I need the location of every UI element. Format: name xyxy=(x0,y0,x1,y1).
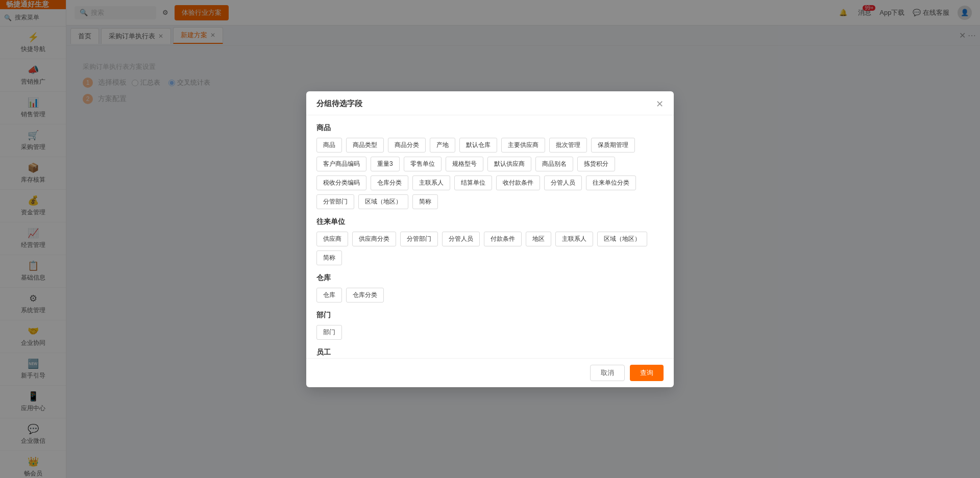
field-tag[interactable]: 商品类型 xyxy=(346,138,384,153)
field-tag[interactable]: 结算单位 xyxy=(454,175,492,190)
section-title-goods: 商品 xyxy=(316,123,664,133)
modal-footer: 取消 查询 xyxy=(306,358,674,387)
field-tag[interactable]: 简称 xyxy=(316,250,342,265)
field-tag[interactable]: 产地 xyxy=(430,138,455,153)
field-tag[interactable]: 商品别名 xyxy=(535,157,573,171)
field-tag[interactable]: 分管部门 xyxy=(316,194,354,209)
modal-close-button[interactable]: ✕ xyxy=(656,98,664,110)
modal-body[interactable]: 商品商品商品类型商品分类产地默认仓库主要供应商批次管理保质期管理客户商品编码重量… xyxy=(306,115,674,358)
field-tag[interactable]: 保质期管理 xyxy=(591,138,635,153)
field-tag[interactable]: 批次管理 xyxy=(549,138,587,153)
section-counterpart: 往来单位供应商供应商分类分管部门分管人员付款条件地区主联系人区域（地区）简称 xyxy=(316,217,664,265)
field-tag[interactable]: 重量3 xyxy=(371,157,400,171)
field-tag[interactable]: 规格型号 xyxy=(446,157,483,171)
section-department: 部门部门 xyxy=(316,311,664,340)
section-employee: 员工业务员 xyxy=(316,348,664,358)
field-tag[interactable]: 仓库 xyxy=(316,288,342,303)
field-tag[interactable]: 收付款条件 xyxy=(496,175,540,190)
field-tag[interactable]: 分管人员 xyxy=(544,175,582,190)
field-tag[interactable]: 仓库分类 xyxy=(346,288,384,303)
field-tag[interactable]: 商品 xyxy=(316,138,342,153)
field-tag[interactable]: 区域（地区） xyxy=(358,194,408,209)
field-tag[interactable]: 客户商品编码 xyxy=(316,157,366,171)
field-tag[interactable]: 地区 xyxy=(526,232,551,246)
field-tag[interactable]: 默认仓库 xyxy=(459,138,497,153)
main: 🔍 搜索 ⚙ 体验行业方案 🔔 99+ 消息 App下载 💬 在线客服 👤 首页… xyxy=(66,0,980,478)
section-title-warehouse: 仓库 xyxy=(316,273,664,283)
section-title-department: 部门 xyxy=(316,311,664,320)
section-warehouse: 仓库仓库仓库分类 xyxy=(316,273,664,303)
section-title-employee: 员工 xyxy=(316,348,664,357)
field-tag[interactable]: 主联系人 xyxy=(555,232,593,246)
section-title-counterpart: 往来单位 xyxy=(316,217,664,227)
field-selection-modal: 分组待选字段 ✕ 商品商品商品类型商品分类产地默认仓库主要供应商批次管理保质期管… xyxy=(306,91,674,387)
field-tag[interactable]: 税收分类编码 xyxy=(316,175,366,190)
field-tag[interactable]: 分管部门 xyxy=(400,232,438,246)
field-tag[interactable]: 仓库分类 xyxy=(371,175,408,190)
field-tag[interactable]: 付款条件 xyxy=(484,232,522,246)
confirm-button[interactable]: 查询 xyxy=(630,365,664,381)
field-tag[interactable]: 主联系人 xyxy=(412,175,450,190)
modal-backdrop: 分组待选字段 ✕ 商品商品商品类型商品分类产地默认仓库主要供应商批次管理保质期管… xyxy=(66,46,980,478)
field-tag[interactable]: 供应商 xyxy=(316,232,348,246)
field-tag[interactable]: 简称 xyxy=(412,194,438,209)
field-tag[interactable]: 往来单位分类 xyxy=(586,175,636,190)
cancel-button[interactable]: 取消 xyxy=(590,365,625,381)
field-tag[interactable]: 部门 xyxy=(316,325,342,340)
field-tag[interactable]: 商品分类 xyxy=(388,138,426,153)
section-goods: 商品商品商品类型商品分类产地默认仓库主要供应商批次管理保质期管理客户商品编码重量… xyxy=(316,123,664,209)
field-tag[interactable]: 供应商分类 xyxy=(352,232,396,246)
field-tag[interactable]: 分管人员 xyxy=(442,232,480,246)
content-area: 采购订单执行表方案设置 1 选择模板 汇总表 交叉统计表 2 方案配置 xyxy=(66,46,980,478)
field-tag[interactable]: 主要供应商 xyxy=(501,138,545,153)
field-tag[interactable]: 拣货积分 xyxy=(577,157,615,171)
modal-header: 分组待选字段 ✕ xyxy=(306,91,674,115)
field-tags-department: 部门 xyxy=(316,325,664,340)
field-tags-counterpart: 供应商供应商分类分管部门分管人员付款条件地区主联系人区域（地区）简称 xyxy=(316,232,664,265)
field-tag[interactable]: 默认供应商 xyxy=(487,157,531,171)
modal-title: 分组待选字段 xyxy=(316,99,362,109)
field-tag[interactable]: 零售单位 xyxy=(404,157,442,171)
field-tags-warehouse: 仓库仓库分类 xyxy=(316,288,664,303)
field-tag[interactable]: 区域（地区） xyxy=(597,232,647,246)
field-tags-goods: 商品商品类型商品分类产地默认仓库主要供应商批次管理保质期管理客户商品编码重量3零… xyxy=(316,138,664,209)
